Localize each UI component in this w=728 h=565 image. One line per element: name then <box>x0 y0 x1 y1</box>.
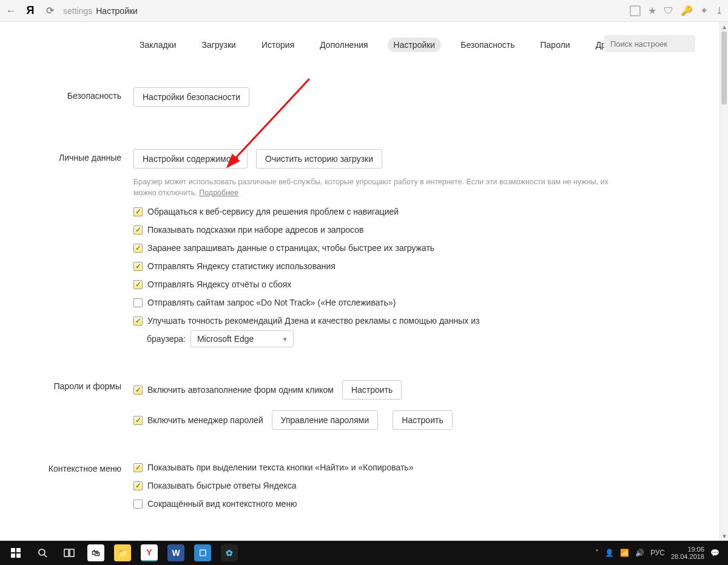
checkbox-password-manager: ✓ Включить менеджер паролей Управление п… <box>133 410 631 430</box>
checkbox-quick-answers: ✓ Показывать быстрые ответы Яндекса <box>133 481 631 490</box>
section-security: Безопасность Настройки безопасности <box>0 87 720 107</box>
toolbar-right: ★ 🛡 🔑 ✦ ⤓ <box>630 5 723 16</box>
addr-path: settings <box>63 6 92 16</box>
checkbox-icon[interactable]: ✓ <box>133 386 143 395</box>
checkbox-icon[interactable]: ✓ <box>133 280 143 289</box>
svg-point-5 <box>39 549 45 555</box>
checkbox-prefetch: ✓ Заранее запрашивать данные о страницах… <box>133 243 631 253</box>
browser-select-label: браузера: <box>147 334 186 344</box>
section-context-menu: Контекстное меню ✓ Показывать при выделе… <box>0 460 720 509</box>
checkbox-selection-buttons: ✓ Показывать при выделении текста кнопки… <box>133 463 631 472</box>
password-configure-button[interactable]: Настроить <box>393 410 452 430</box>
windows-taskbar: 🛍 📁 Y W ☐ ✿ ˄ 👤 📶 🔊 РУС 19:06 28.04.2018… <box>0 541 728 565</box>
checkbox-icon[interactable]: ✓ <box>133 298 143 307</box>
scroll-up-icon[interactable]: ▲ <box>720 22 728 32</box>
reload-icon[interactable]: ⟳ <box>44 5 56 17</box>
vertical-scrollbar[interactable]: ▲ ▼ <box>720 22 728 541</box>
shield-icon[interactable]: 🛡 <box>664 5 673 16</box>
tray-clock[interactable]: 19:06 28.04.2018 <box>671 546 704 560</box>
checkbox-usage-stats: ✓ Отправлять Яндексу статистику использо… <box>133 261 631 271</box>
search-input[interactable] <box>604 35 695 52</box>
checkbox-icon[interactable]: ✓ <box>133 416 143 425</box>
settings-page: Закладки Загрузки История Дополнения Нас… <box>0 22 720 541</box>
svg-rect-1 <box>11 548 15 552</box>
checkbox-icon[interactable]: ✓ <box>133 316 143 326</box>
section-security-title: Безопасность <box>24 87 133 107</box>
taskbar-app-misc[interactable]: ☐ <box>190 541 215 565</box>
content-settings-button[interactable]: Настройки содержимого <box>133 149 248 169</box>
tab-history[interactable]: История <box>255 38 300 52</box>
svg-line-6 <box>44 555 47 557</box>
checkbox-nav-service: ✓ Обращаться к веб-сервису для решения п… <box>133 207 631 216</box>
autofill-configure-button[interactable]: Настроить <box>342 380 402 400</box>
search-icon[interactable] <box>30 541 55 565</box>
tab-downloads[interactable]: Загрузки <box>196 38 242 52</box>
taskbar-app-word[interactable]: W <box>164 541 188 565</box>
browser-toolbar: ← Я ⟳ settings Настройки ★ 🛡 🔑 ✦ ⤓ <box>0 0 728 22</box>
browser-select[interactable]: Microsoft Edge <box>190 330 294 347</box>
checkbox-crash-reports: ✓ Отправлять Яндексу отчёты о сбоях <box>133 279 631 289</box>
section-passwords-title: Пароли и формы <box>24 378 133 430</box>
checkbox-icon[interactable]: ✓ <box>133 244 143 253</box>
tray-network-icon[interactable]: 📶 <box>620 549 629 557</box>
taskbar-app-store[interactable]: 🛍 <box>84 541 108 565</box>
checkbox-zen-ads: ✓ Улучшать точность рекомендаций Дзена и… <box>133 316 631 326</box>
addr-title: Настройки <box>96 6 138 16</box>
address-bar[interactable]: settings Настройки <box>63 6 138 16</box>
checkbox-icon[interactable]: ✓ <box>133 262 143 271</box>
tab-bookmarks[interactable]: Закладки <box>133 38 183 52</box>
scroll-thumb[interactable] <box>721 32 727 104</box>
key-icon[interactable]: 🔑 <box>681 5 693 16</box>
tray-people-icon[interactable]: 👤 <box>605 549 614 557</box>
tray-chevron-up-icon[interactable]: ˄ <box>595 549 599 557</box>
checkbox-autofill: ✓ Включить автозаполнение форм одним кли… <box>133 380 631 400</box>
checkbox-suggestions: ✓ Показывать подсказки при наборе адресо… <box>133 225 631 235</box>
section-personal-title: Личные данные <box>24 149 133 347</box>
svg-rect-3 <box>11 553 15 558</box>
svg-rect-8 <box>70 549 74 557</box>
checkbox-icon[interactable]: ✓ <box>133 463 143 472</box>
start-button-icon[interactable] <box>4 541 28 565</box>
security-settings-button[interactable]: Настройки безопасности <box>133 87 249 107</box>
svg-rect-7 <box>64 549 69 557</box>
tab-security[interactable]: Безопасность <box>454 38 521 52</box>
panel-icon[interactable] <box>630 5 641 16</box>
svg-rect-2 <box>16 548 21 552</box>
section-personal: Личные данные Настройки содержимого Очис… <box>0 149 720 347</box>
personal-description: Браузер может использовать различные веб… <box>133 177 631 198</box>
extension-icon[interactable]: ✦ <box>700 5 708 16</box>
tray-language[interactable]: РУС <box>650 549 665 557</box>
learn-more-link[interactable]: Подробнее <box>199 189 238 197</box>
tray-volume-icon[interactable]: 🔊 <box>635 549 644 557</box>
checkbox-icon[interactable]: ✓ <box>133 226 143 235</box>
bookmark-star-icon[interactable]: ★ <box>648 5 656 16</box>
browser-select-row: браузера: Microsoft Edge <box>147 330 631 347</box>
clear-history-button[interactable]: Очистить историю загрузки <box>256 149 382 169</box>
back-icon[interactable]: ← <box>5 5 17 17</box>
taskbar-app-misc2[interactable]: ✿ <box>217 541 241 565</box>
task-view-icon[interactable] <box>57 541 81 565</box>
section-context-title: Контекстное меню <box>24 460 133 509</box>
checkbox-short-context: ✓ Сокращённый вид контекстного меню <box>133 499 631 509</box>
svg-rect-4 <box>16 553 21 558</box>
taskbar-app-explorer[interactable]: 📁 <box>110 541 135 565</box>
tray-notifications-icon[interactable]: 💬 <box>710 549 720 557</box>
taskbar-app-yandex[interactable]: Y <box>137 541 161 565</box>
system-tray: ˄ 👤 📶 🔊 РУС 19:06 28.04.2018 💬 <box>595 546 724 560</box>
tab-addons[interactable]: Дополнения <box>314 38 374 52</box>
checkbox-icon[interactable]: ✓ <box>133 500 143 509</box>
yandex-logo-icon[interactable]: Я <box>24 5 36 17</box>
scroll-down-icon[interactable]: ▼ <box>720 531 728 541</box>
checkbox-do-not-track: ✓ Отправлять сайтам запрос «Do Not Track… <box>133 298 631 307</box>
manage-passwords-button[interactable]: Управление паролями <box>272 410 379 430</box>
tab-settings[interactable]: Настройки <box>388 38 442 52</box>
checkbox-icon[interactable]: ✓ <box>133 481 143 490</box>
tab-passwords[interactable]: Пароли <box>534 38 576 52</box>
checkbox-icon[interactable]: ✓ <box>133 207 143 216</box>
download-icon[interactable]: ⤓ <box>715 5 723 16</box>
section-passwords-forms: Пароли и формы ✓ Включить автозаполнение… <box>0 378 720 430</box>
